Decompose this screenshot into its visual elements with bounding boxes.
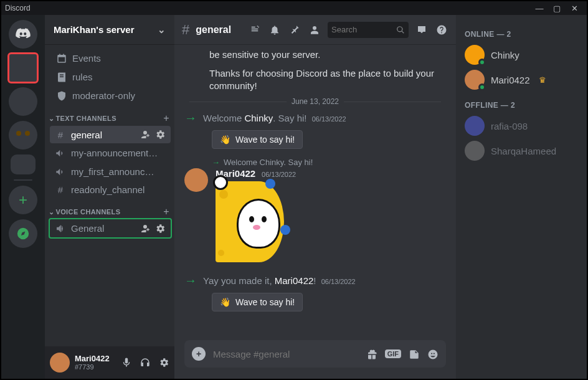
add-text-channel-button[interactable]: +: [163, 113, 169, 124]
member-row[interactable]: Mari0422 ♛: [461, 67, 582, 92]
chat-area: # general: [174, 15, 456, 379]
wave-button[interactable]: 👋 Wave to say hi!: [212, 293, 303, 311]
channel-readonly[interactable]: # readonly_channel: [50, 181, 171, 198]
window-minimize-button[interactable]: —: [531, 4, 548, 13]
search-input[interactable]: [331, 25, 396, 34]
channel-sidebar: MariKhan's server ⌄ Events rules: [45, 15, 174, 379]
avatar: [465, 70, 485, 90]
gift-icon[interactable]: [366, 348, 377, 361]
inbox-icon[interactable]: [415, 24, 429, 35]
add-server-button[interactable]: +: [9, 186, 37, 214]
user-panel: Mari0422 #7739: [45, 346, 174, 379]
home-button[interactable]: [9, 20, 37, 49]
invite-icon[interactable]: [140, 129, 151, 140]
member-row[interactable]: SharqaHameed: [461, 138, 582, 163]
status-online-icon: [478, 83, 486, 91]
owner-crown-icon: ♛: [539, 75, 546, 85]
hash-icon: #: [55, 130, 66, 140]
channel-my-announcement[interactable]: my-announcement-cha...: [50, 144, 171, 162]
voice-channel-general[interactable]: General: [50, 219, 171, 237]
explore-servers-button[interactable]: [9, 219, 37, 248]
timestamp: 06/13/2022: [312, 115, 346, 123]
message-list[interactable]: be sensitive to your server. Thanks for …: [174, 45, 456, 340]
avatar: [465, 141, 485, 161]
wave-button[interactable]: 👋 Wave to say hi!: [212, 130, 303, 149]
self-tag: #7739: [75, 363, 110, 371]
chevron-down-icon: ⌄: [158, 24, 166, 36]
channel-title: general: [196, 24, 231, 36]
channel-label: General: [71, 223, 104, 234]
search-box[interactable]: [328, 22, 409, 38]
avatar[interactable]: [184, 168, 208, 192]
hash-icon: #: [55, 184, 66, 195]
member-row[interactable]: Chinky: [461, 42, 582, 67]
status-online-icon: [478, 59, 486, 66]
shield-icon: [56, 90, 67, 102]
member-name: Mari0422: [491, 75, 530, 85]
rules-channel[interactable]: rules: [50, 68, 171, 86]
channel-label: general: [71, 130, 102, 140]
window-close-button[interactable]: ✕: [566, 4, 583, 13]
sticker-image[interactable]: [216, 181, 284, 262]
server-icon-2[interactable]: [9, 87, 37, 116]
server-icon-1[interactable]: [9, 54, 37, 82]
reply-indicator: → Welcome Chinky. Say hi!: [212, 158, 446, 167]
member-name: rafia-098: [491, 121, 528, 131]
events-label: Events: [72, 53, 101, 64]
notifications-icon[interactable]: [268, 24, 282, 35]
text-channels-category[interactable]: ⌄ TEXT CHANNELS +: [46, 105, 174, 125]
message-input[interactable]: [213, 349, 359, 359]
speaker-icon: [55, 222, 66, 234]
wave-label: Wave to say hi!: [235, 135, 295, 145]
gif-icon[interactable]: GIF: [385, 349, 401, 358]
server-icon-3[interactable]: [9, 121, 37, 150]
online-group-label: ONLINE — 2: [465, 30, 578, 39]
window-maximize-button[interactable]: ▢: [548, 4, 566, 13]
book-icon: [56, 71, 67, 83]
deafen-icon[interactable]: [140, 357, 151, 368]
mention-user[interactable]: Mari0422: [275, 275, 314, 286]
member-row[interactable]: rafia-098: [461, 113, 582, 138]
self-avatar[interactable]: [50, 353, 70, 373]
calendar-icon: [56, 52, 67, 64]
server-name: MariKhan's server: [54, 24, 134, 35]
pinned-icon[interactable]: [288, 24, 301, 35]
member-name: Chinky: [491, 50, 519, 60]
channel-my-first-announcement[interactable]: my_first_announcemen...: [50, 163, 171, 181]
reply-arrow-icon: →: [212, 158, 220, 167]
gear-icon[interactable]: [154, 129, 166, 140]
sticker-icon[interactable]: [409, 348, 420, 361]
avatar: [465, 45, 485, 65]
megaphone-icon: [55, 147, 66, 159]
text-category-label: TEXT CHANNELS: [55, 115, 116, 122]
user-settings-icon[interactable]: [158, 357, 169, 368]
invite-icon[interactable]: [140, 223, 151, 234]
join-arrow-icon: →: [184, 273, 197, 288]
channel-label: readonly_channel: [71, 184, 145, 195]
help-icon[interactable]: [435, 24, 448, 35]
voice-channels-category[interactable]: ⌄ VOICE CHANNELS +: [46, 199, 174, 219]
intro-text-2: Thanks for choosing Discord as the place…: [209, 67, 446, 92]
server-header[interactable]: MariKhan's server ⌄: [45, 15, 174, 45]
megaphone-icon: [55, 166, 66, 178]
emoji-icon[interactable]: [427, 348, 439, 361]
rail-divider: [14, 179, 32, 181]
system-welcome-1: → Welcome Chinky. Say hi! 06/13/2022: [184, 111, 446, 125]
avatar: [465, 116, 485, 136]
moderator-channel[interactable]: moderator-only: [50, 87, 171, 105]
attach-button[interactable]: +: [192, 347, 206, 361]
message-composer[interactable]: + GIF: [184, 340, 446, 368]
server-icon-4[interactable]: [11, 154, 36, 174]
mention-user[interactable]: Chinky: [244, 113, 273, 123]
threads-icon[interactable]: [248, 24, 262, 35]
gear-icon[interactable]: [154, 223, 166, 234]
mute-icon[interactable]: [121, 357, 132, 368]
reply-text: Welcome Chinky. Say hi!: [224, 158, 313, 167]
date-divider: June 13, 2022: [184, 97, 446, 106]
channel-general[interactable]: # general: [50, 126, 171, 143]
members-toggle-icon[interactable]: [308, 24, 321, 35]
add-voice-channel-button[interactable]: +: [163, 206, 169, 217]
self-username: Mari0422: [75, 354, 110, 363]
hash-icon: #: [182, 22, 189, 38]
events-channel[interactable]: Events: [50, 49, 171, 67]
